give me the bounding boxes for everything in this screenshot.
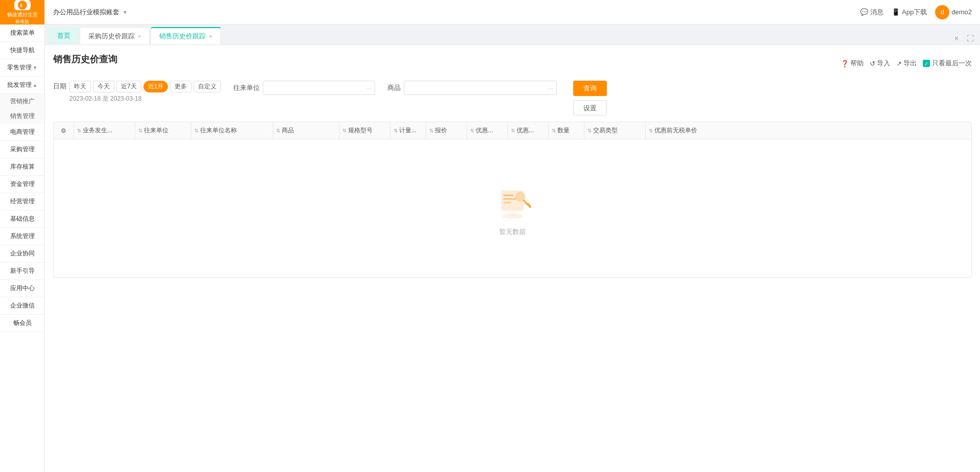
th-unit-name-label: 往来单位名称 bbox=[200, 126, 237, 135]
sidebar-item-wholesale[interactable]: 批发管理 ▲ bbox=[0, 77, 44, 94]
sidebar-item-member[interactable]: 畅会员 bbox=[0, 315, 44, 332]
only-last-checkbox[interactable] bbox=[923, 60, 930, 67]
th-qty[interactable]: ⇅ 数量 bbox=[549, 122, 584, 139]
th-unit-measure[interactable]: ⇅ 计量... bbox=[390, 122, 426, 139]
date-filter-group: 日期 昨天 今天 近7天 近1月 更多 自定义 2023-02-18 至 202… bbox=[53, 81, 221, 103]
sort-icon-discount1: ⇅ bbox=[470, 128, 474, 133]
app-download-button[interactable]: 📱 App下载 bbox=[892, 8, 927, 17]
sidebar-item-system[interactable]: 系统管理 bbox=[0, 228, 44, 245]
avatar: d bbox=[935, 5, 949, 19]
sidebar-item-basic-info[interactable]: 基础信息 bbox=[0, 210, 44, 228]
date-range-display: 2023-02-18 至 2023-03-18 bbox=[69, 95, 221, 103]
th-pretax-label: 优惠前无税单价 bbox=[654, 126, 697, 135]
tab-purchase-label: 采购历史价跟踪 bbox=[88, 32, 135, 41]
import-label: 导入 bbox=[877, 59, 890, 68]
message-icon: 💬 bbox=[860, 8, 868, 16]
help-button[interactable]: ❓ 帮助 bbox=[841, 59, 864, 68]
tab-purchase-history[interactable]: 采购历史价跟踪 × bbox=[80, 27, 150, 44]
query-button[interactable]: 查询 bbox=[573, 81, 607, 96]
sidebar-item-finance[interactable]: 资金管理 bbox=[0, 176, 44, 193]
tabbar-actions: × ⛶ bbox=[952, 32, 976, 44]
th-discount1[interactable]: ⇅ 优惠... bbox=[467, 122, 508, 139]
unit-filter-input[interactable] bbox=[263, 81, 375, 95]
th-date-label: 业务发生... bbox=[83, 126, 112, 135]
page-content: 销售历史价查询 ❓ 帮助 ↺ 导入 ↗ 导出 只看最后一次 bbox=[45, 45, 980, 472]
topbar-right: 💬 消息 📱 App下载 d demo2 bbox=[860, 5, 972, 19]
sidebar-item-shortcut[interactable]: 快捷导航 bbox=[0, 42, 44, 59]
sort-icon-spec: ⇅ bbox=[342, 128, 347, 133]
th-trade-label: 交易类型 bbox=[593, 126, 618, 135]
date-btn-custom[interactable]: 自定义 bbox=[193, 81, 221, 92]
logo-text: 畅捷通好生意 bbox=[7, 11, 38, 18]
th-product[interactable]: ⇅ 商品 bbox=[273, 122, 339, 139]
product-filter-input[interactable] bbox=[404, 81, 557, 95]
import-button[interactable]: ↺ 导入 bbox=[870, 59, 890, 68]
sidebar-item-app-center[interactable]: 应用中心 bbox=[0, 280, 44, 297]
tab-home[interactable]: 首页 bbox=[49, 27, 79, 44]
app-logo[interactable]: 6 畅捷通好生意 标准版 bbox=[0, 0, 44, 25]
logo-subtext: 标准版 bbox=[15, 18, 29, 25]
sort-icon-date: ⇅ bbox=[77, 128, 81, 133]
chevron-down-icon: ▼ bbox=[33, 65, 38, 70]
date-btn-today[interactable]: 今天 bbox=[93, 81, 114, 92]
product-filter-group: 商品 ··· bbox=[387, 81, 557, 95]
export-icon: ↗ bbox=[896, 60, 902, 67]
download-icon: 📱 bbox=[892, 8, 900, 16]
unit-filter-dots[interactable]: ··· bbox=[366, 84, 372, 92]
date-btn-7days[interactable]: 近7天 bbox=[116, 81, 141, 92]
sidebar-item-guide[interactable]: 新手引导 bbox=[0, 263, 44, 280]
th-pretax-price[interactable]: ⇅ 优惠前无税单价 bbox=[646, 122, 971, 139]
sidebar-item-operations[interactable]: 经营管理 bbox=[0, 193, 44, 210]
chevron-up-icon: ▲ bbox=[33, 82, 38, 88]
date-btn-1month[interactable]: 近1月 bbox=[143, 81, 168, 92]
sidebar-item-purchase[interactable]: 采购管理 bbox=[0, 141, 44, 158]
th-unit-id[interactable]: ⇅ 往来单位 bbox=[135, 122, 191, 139]
svg-text:6: 6 bbox=[20, 3, 22, 8]
sidebar-item-retail[interactable]: 零售管理 ▼ bbox=[0, 59, 44, 77]
user-profile[interactable]: d demo2 bbox=[935, 5, 972, 19]
date-btn-more[interactable]: 更多 bbox=[170, 81, 191, 92]
message-button[interactable]: 💬 消息 bbox=[860, 8, 884, 17]
svg-rect-4 bbox=[503, 195, 513, 196]
tab-sales-close[interactable]: × bbox=[209, 33, 212, 39]
only-last-checkbox-label[interactable]: 只看最后一次 bbox=[923, 59, 972, 68]
topbar-left: 办公用品行业模拟账套 ▾ bbox=[53, 8, 127, 17]
sort-icon-unit-name: ⇅ bbox=[194, 128, 199, 133]
sidebar-item-enterprise[interactable]: 企业协同 bbox=[0, 245, 44, 263]
th-spec[interactable]: ⇅ 规格型号 bbox=[339, 122, 390, 139]
fullscreen-button[interactable]: ⛶ bbox=[965, 32, 976, 44]
th-unit-id-label: 往来单位 bbox=[144, 126, 168, 135]
sidebar-item-wechat[interactable]: 企业微信 bbox=[0, 297, 44, 315]
sidebar-item-marketing[interactable]: 营销推广 bbox=[0, 94, 44, 109]
user-name: demo2 bbox=[951, 8, 972, 16]
product-filter-label: 商品 bbox=[387, 83, 401, 92]
th-date[interactable]: ⇅ 业务发生... bbox=[74, 122, 135, 139]
sidebar-item-inventory[interactable]: 库存核算 bbox=[0, 158, 44, 176]
th-gear[interactable]: ⚙ bbox=[54, 122, 74, 139]
sort-icon-product: ⇅ bbox=[276, 128, 280, 133]
th-unit-name[interactable]: ⇅ 往来单位名称 bbox=[191, 122, 273, 139]
tab-purchase-close[interactable]: × bbox=[138, 33, 141, 39]
sidebar-item-ecommerce[interactable]: 电商管理 bbox=[0, 124, 44, 141]
sidebar-item-sales-mgmt[interactable]: 销售管理 bbox=[0, 109, 44, 124]
page-title: 销售历史价查询 bbox=[53, 53, 117, 65]
app-download-label: App下载 bbox=[902, 8, 927, 17]
product-filter-dots[interactable]: ··· bbox=[548, 84, 553, 92]
th-qty-label: 数量 bbox=[557, 126, 570, 135]
company-title: 办公用品行业模拟账套 bbox=[53, 8, 119, 17]
company-dropdown-icon[interactable]: ▾ bbox=[124, 9, 127, 16]
tab-sales-history[interactable]: 销售历史价跟踪 × bbox=[151, 27, 220, 44]
date-btn-yesterday[interactable]: 昨天 bbox=[69, 81, 91, 92]
message-label: 消息 bbox=[870, 8, 884, 17]
th-product-label: 商品 bbox=[282, 126, 294, 135]
th-discount2[interactable]: ⇅ 优惠... bbox=[508, 122, 549, 139]
close-all-tabs-button[interactable]: × bbox=[952, 32, 961, 44]
topbar: 办公用品行业模拟账套 ▾ 💬 消息 📱 App下载 d demo2 bbox=[45, 0, 980, 25]
th-trade-type[interactable]: ⇅ 交易类型 bbox=[584, 122, 646, 139]
sort-icon-unit-id: ⇅ bbox=[138, 128, 142, 133]
sidebar-item-search[interactable]: 搜索菜单 bbox=[0, 25, 44, 42]
export-button[interactable]: ↗ 导出 bbox=[896, 59, 917, 68]
setting-button[interactable]: 设置 bbox=[573, 100, 607, 115]
th-price[interactable]: ⇅ 报价 bbox=[426, 122, 467, 139]
sidebar: 6 畅捷通好生意 标准版 搜索菜单 快捷导航 零售管理 ▼ 批发管理 ▲ 营销推… bbox=[0, 0, 45, 472]
